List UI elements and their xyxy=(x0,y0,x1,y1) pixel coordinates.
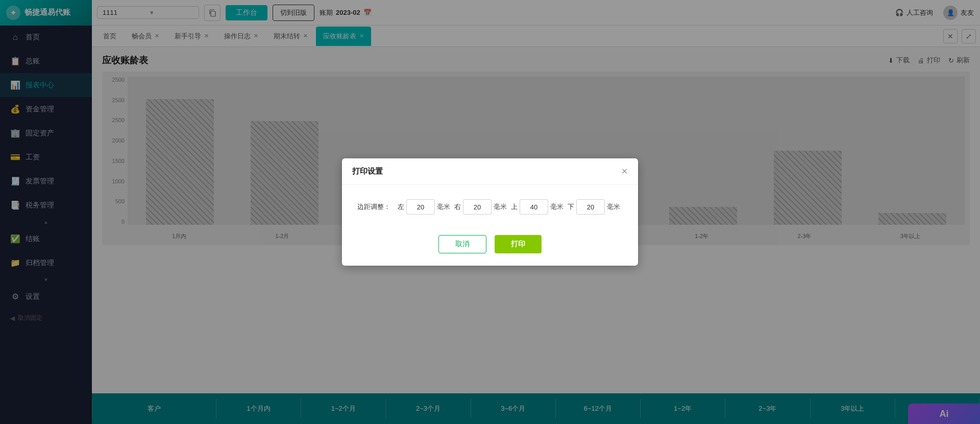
left-label: 左 xyxy=(398,202,404,211)
bottom-margin-input[interactable] xyxy=(576,199,605,215)
margin-bottom-group: 下 毫米 xyxy=(568,199,620,215)
dialog-body: 边距调整： 左 毫米 右 毫米 上 毫米 下 xyxy=(342,185,638,229)
margin-row: 边距调整： 左 毫米 右 毫米 上 毫米 下 xyxy=(357,199,623,215)
dialog-title: 打印设置 xyxy=(352,167,383,176)
right-label: 右 xyxy=(454,202,461,211)
print-settings-dialog: 打印设置 ✕ 边距调整： 左 毫米 右 毫米 上 毫米 xyxy=(342,158,638,266)
right-margin-input[interactable] xyxy=(463,199,492,215)
margin-right-group: 右 毫米 xyxy=(454,199,507,215)
dialog-header: 打印设置 ✕ xyxy=(342,158,638,185)
dialog-close-button[interactable]: ✕ xyxy=(621,168,628,176)
bottom-label: 下 xyxy=(568,202,574,211)
dialog-footer: 取消 打印 xyxy=(342,229,638,266)
margin-left-group: 左 毫米 xyxy=(398,199,450,215)
margin-label: 边距调整： xyxy=(357,202,390,211)
top-label: 上 xyxy=(511,202,518,211)
left-margin-input[interactable] xyxy=(406,199,435,215)
print-confirm-button[interactable]: 打印 xyxy=(495,235,542,253)
top-unit: 毫米 xyxy=(550,202,564,211)
margin-top-group: 上 毫米 xyxy=(511,199,564,215)
cancel-button[interactable]: 取消 xyxy=(438,235,486,253)
dialog-overlay[interactable]: 打印设置 ✕ 边距调整： 左 毫米 右 毫米 上 毫米 xyxy=(0,0,980,424)
right-unit: 毫米 xyxy=(494,202,507,211)
bottom-unit: 毫米 xyxy=(607,202,620,211)
top-margin-input[interactable] xyxy=(520,199,548,215)
left-unit: 毫米 xyxy=(437,202,450,211)
